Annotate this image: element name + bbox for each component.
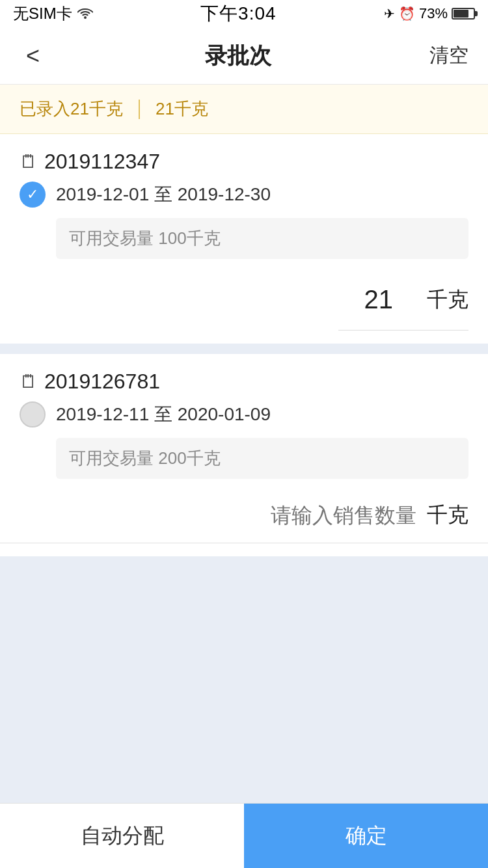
- quantity-input-2[interactable]: [221, 504, 416, 528]
- alarm-icon: ⏰: [399, 6, 415, 21]
- batch-id-1: 2019112347: [44, 150, 160, 174]
- batch-item-1: 🗒 2019112347 ✓ 2019-12-01 至 2019-12-30 可…: [0, 134, 488, 344]
- empty-area: [0, 556, 488, 836]
- quantity-unit-2: 千克: [427, 501, 468, 530]
- batch-doc-icon-2: 🗒: [20, 371, 38, 392]
- section-divider: [0, 344, 488, 354]
- battery-percent: 73%: [419, 5, 448, 22]
- carrier-text: 无SIM卡: [13, 3, 72, 24]
- confirm-button[interactable]: 确定: [244, 804, 488, 868]
- batch-date-2: 2019-12-11 至 2020-01-09: [56, 402, 271, 427]
- radio-checked-1[interactable]: ✓: [20, 182, 46, 208]
- quantity-row-1: 21 千克: [0, 275, 488, 327]
- wifi-icon: [77, 5, 93, 23]
- info-banner: 已录入21千克 21千克: [0, 85, 488, 134]
- checkmark-icon-1: ✓: [27, 186, 38, 203]
- status-time: 下午3:04: [200, 1, 277, 26]
- batch-date-row-2[interactable]: 2019-12-11 至 2020-01-09: [20, 401, 468, 427]
- quantity-value-1: 21: [364, 285, 394, 314]
- batch-date-row-1[interactable]: ✓ 2019-12-01 至 2019-12-30: [20, 182, 468, 208]
- info-value: 21千克: [156, 98, 208, 120]
- auto-distribute-button[interactable]: 自动分配: [0, 804, 244, 868]
- nav-bar: < 录批次 清空: [0, 27, 488, 85]
- page-title: 录批次: [205, 41, 271, 71]
- batch-doc-icon-1: 🗒: [20, 151, 38, 172]
- radio-unchecked-2[interactable]: [20, 401, 46, 427]
- quantity-input-row-2: 千克: [0, 495, 488, 543]
- info-divider: [139, 100, 140, 119]
- batch-item-2: 🗒 2019126781 2019-12-11 至 2020-01-09 可用交…: [0, 354, 488, 556]
- confirm-label: 确定: [346, 822, 387, 850]
- clear-button[interactable]: 清空: [429, 42, 468, 69]
- battery-icon: [452, 8, 475, 20]
- batch-quota-1: 可用交易量 100千克: [56, 218, 468, 259]
- batch-header-2: 🗒 2019126781: [20, 370, 468, 394]
- status-right: ✈ ⏰ 73%: [384, 5, 475, 22]
- bottom-bar: 自动分配 确定: [0, 803, 488, 868]
- location-icon: ✈: [384, 6, 395, 21]
- back-button[interactable]: <: [20, 36, 46, 76]
- auto-label: 自动分配: [81, 822, 164, 850]
- batch-id-2: 2019126781: [44, 370, 160, 394]
- batch-date-1: 2019-12-01 至 2019-12-30: [56, 182, 271, 207]
- info-label: 已录入21千克: [20, 98, 123, 120]
- status-bar: 无SIM卡 下午3:04 ✈ ⏰ 73%: [0, 0, 488, 27]
- status-left: 无SIM卡: [13, 3, 93, 24]
- batch-header-1: 🗒 2019112347: [20, 150, 468, 174]
- batch-quota-2: 可用交易量 200千克: [56, 438, 468, 479]
- quantity-unit-1: 千克: [427, 286, 468, 314]
